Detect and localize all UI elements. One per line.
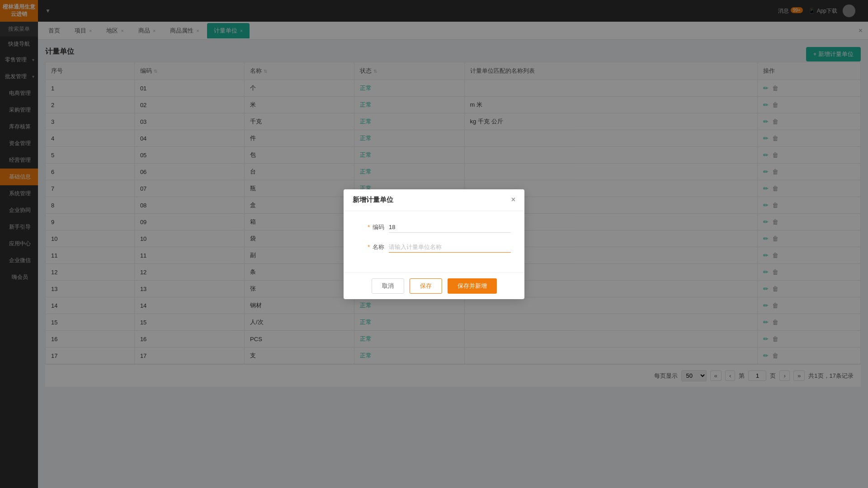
name-input[interactable] bbox=[389, 242, 511, 253]
save-button[interactable]: 保存 bbox=[410, 278, 442, 294]
code-input[interactable] bbox=[389, 222, 511, 233]
code-required: * bbox=[368, 224, 370, 230]
name-form-row: * 名称 bbox=[357, 242, 511, 253]
cancel-button[interactable]: 取消 bbox=[372, 278, 404, 294]
modal-header: 新增计量单位 × bbox=[344, 189, 524, 211]
name-label: * 名称 bbox=[357, 243, 384, 251]
modal-title: 新增计量单位 bbox=[353, 196, 393, 204]
save-and-new-button[interactable]: 保存并新增 bbox=[448, 278, 497, 294]
modal-close-btn[interactable]: × bbox=[511, 196, 515, 204]
code-label: * 编码 bbox=[357, 223, 384, 231]
add-unit-modal: 新增计量单位 × * 编码 * 名称 取消 保存 保存并新增 bbox=[344, 189, 524, 299]
name-label-text: 名称 bbox=[373, 244, 384, 250]
code-label-text: 编码 bbox=[373, 224, 384, 230]
code-form-row: * 编码 bbox=[357, 222, 511, 233]
modal-footer: 取消 保存 保存并新增 bbox=[344, 272, 524, 299]
modal-overlay: 新增计量单位 × * 编码 * 名称 取消 保存 保存并新增 bbox=[0, 0, 868, 488]
name-required: * bbox=[368, 244, 370, 250]
modal-body: * 编码 * 名称 bbox=[344, 211, 524, 272]
